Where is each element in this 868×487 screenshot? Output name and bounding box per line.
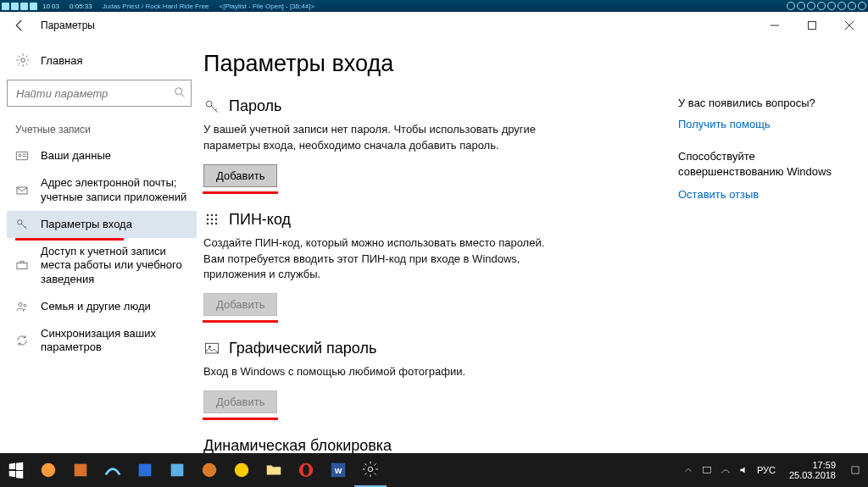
taskbar-settings[interactable] [354, 453, 387, 487]
section-pin: ПИН-код Создайте ПИН-код, который можно … [203, 211, 661, 317]
svg-rect-31 [852, 467, 859, 473]
sidebar-item-family[interactable]: Семья и другие люди [7, 293, 197, 320]
svg-point-15 [211, 219, 214, 221]
folder-icon [264, 461, 283, 479]
svg-point-29 [368, 467, 373, 472]
svg-point-12 [211, 214, 214, 217]
svg-point-10 [206, 101, 212, 107]
svg-point-11 [207, 214, 209, 217]
key-icon [15, 218, 29, 231]
start-button[interactable] [0, 453, 32, 487]
gear-icon [15, 53, 31, 68]
taskbar-explorer[interactable] [258, 453, 290, 487]
svg-rect-7 [17, 263, 27, 269]
svg-point-14 [207, 219, 209, 221]
taskbar-app[interactable] [64, 453, 97, 487]
sidebar-item-your-info[interactable]: Ваши данные [7, 142, 197, 169]
taskbar-app[interactable] [129, 453, 161, 487]
section-desc: Вход в Windows с помощью любимой фотогра… [203, 364, 559, 380]
add-pin-button: Добавить [203, 293, 277, 316]
improve-heading: Способствуйте совершенствованию Windows [678, 149, 848, 180]
svg-point-19 [215, 223, 218, 225]
svg-point-4 [19, 154, 21, 157]
back-button[interactable] [0, 12, 39, 39]
taskbar-app[interactable] [225, 453, 258, 487]
svg-point-18 [211, 223, 214, 225]
close-icon [844, 20, 854, 30]
section-title: Пароль [229, 97, 281, 115]
player-trackno: 10 03 [37, 3, 64, 10]
sidebar-item-label: Ваши данные [41, 149, 111, 163]
minimize-icon [770, 20, 780, 30]
add-password-button[interactable]: Добавить [203, 164, 277, 187]
taskbar-app[interactable] [161, 453, 193, 487]
sidebar-item-label: Семья и другие люди [41, 300, 151, 313]
section-title: ПИН-код [229, 211, 291, 229]
app-icon [168, 461, 186, 479]
svg-rect-0 [809, 22, 816, 30]
maximize-icon [807, 20, 817, 30]
svg-point-24 [235, 463, 249, 478]
network-icon[interactable] [720, 464, 732, 476]
window-titlebar: Параметры [0, 12, 868, 39]
taskbar-app[interactable] [32, 453, 64, 487]
home-link[interactable]: Главная [7, 47, 197, 80]
svg-point-1 [21, 58, 25, 63]
annotation-underline [203, 191, 278, 194]
svg-rect-5 [17, 187, 27, 194]
mail-icon [15, 184, 29, 197]
taskbar-opera[interactable] [290, 453, 322, 487]
tray-lang[interactable]: РУС [757, 465, 776, 475]
window-title: Параметры [39, 19, 95, 31]
close-button[interactable] [831, 12, 868, 39]
search-wrap [7, 80, 197, 107]
sidebar-item-sync[interactable]: Синхронизация ваших параметров [7, 320, 197, 362]
opera-icon [297, 461, 315, 479]
word-icon: W [329, 461, 348, 479]
sidebar: Главная Учетные записи Ваши данные Адрес… [0, 39, 203, 453]
system-tray[interactable]: РУС 17:59 25.03.2018 [676, 460, 868, 480]
maximize-button[interactable] [793, 12, 831, 39]
tray-clock[interactable]: 17:59 25.03.2018 [782, 460, 843, 480]
people-icon [15, 300, 29, 313]
feedback-link[interactable]: Оставить отзыв [678, 188, 848, 201]
svg-point-21 [209, 346, 211, 348]
svg-rect-30 [703, 468, 710, 473]
get-help-link[interactable]: Получить помощь [678, 118, 848, 130]
right-column: У вас появились вопросы? Получить помощь… [678, 51, 848, 453]
sidebar-item-label: Доступ к учетной записи места работы или… [41, 245, 188, 286]
taskbar-app[interactable] [193, 453, 225, 487]
taskbar-word[interactable]: W [322, 453, 354, 487]
app-icon [232, 461, 251, 479]
sidebar-item-email[interactable]: Адрес электронной почты; учетные записи … [7, 169, 197, 211]
taskbar-app[interactable] [97, 453, 129, 487]
minimize-button[interactable] [756, 12, 793, 39]
tray-icon[interactable] [701, 464, 713, 476]
player-right-controls[interactable] [787, 2, 866, 10]
volume-icon[interactable] [738, 464, 750, 476]
windows-icon [7, 461, 25, 479]
player-track: Judas Priest / Rock Hard Ride Free [97, 3, 214, 10]
gear-icon [361, 460, 380, 479]
person-card-icon [15, 149, 29, 163]
arrow-left-icon [12, 18, 27, 33]
player-controls[interactable] [0, 3, 37, 10]
search-input[interactable] [7, 80, 192, 107]
player-time: 0:05:33 [64, 3, 97, 10]
svg-rect-3 [16, 152, 27, 159]
sidebar-item-label: Синхронизация ваших параметров [41, 327, 188, 355]
notifications-icon[interactable] [849, 464, 861, 476]
svg-point-2 [175, 88, 182, 95]
chevron-up-icon[interactable] [682, 464, 694, 476]
svg-point-9 [24, 304, 26, 307]
sidebar-item-work-access[interactable]: Доступ к учетной записи места работы или… [7, 238, 197, 293]
taskbar: W РУС 17:59 25.03.2018 [0, 453, 868, 487]
svg-point-8 [19, 302, 22, 306]
app-icon [136, 461, 154, 479]
app-icon [200, 461, 219, 479]
svg-point-17 [207, 223, 209, 225]
app-icon [103, 461, 122, 479]
sidebar-item-signin-options[interactable]: Параметры входа [7, 211, 197, 238]
svg-point-22 [42, 463, 56, 478]
page-title: Параметры входа [203, 51, 661, 77]
